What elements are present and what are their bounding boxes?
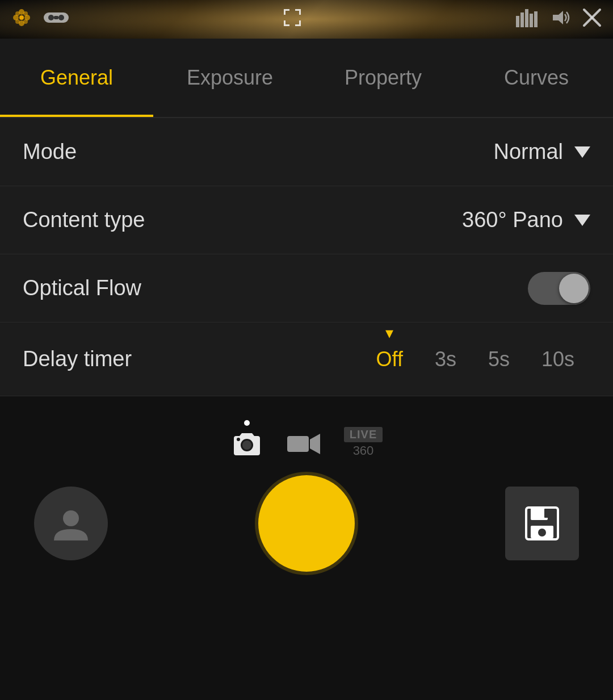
bar-chart-icon[interactable]: [515, 8, 539, 31]
delay-option-5s[interactable]: 5s: [472, 347, 526, 371]
svg-rect-13: [516, 16, 519, 27]
tab-property[interactable]: Property: [306, 39, 460, 117]
camera-mode-dot: [244, 420, 250, 426]
delay-option-10s[interactable]: 10s: [526, 347, 590, 371]
content-type-row: Content type 360° Pano: [0, 186, 613, 254]
optical-flow-toggle[interactable]: [528, 272, 590, 305]
svg-point-7: [15, 19, 20, 24]
svg-marker-18: [553, 11, 563, 24]
svg-point-8: [23, 19, 28, 24]
svg-point-31: [538, 529, 546, 536]
svg-rect-12: [54, 16, 58, 19]
svg-marker-25: [310, 434, 320, 454]
camera-mode-button[interactable]: [230, 420, 263, 458]
volume-icon[interactable]: [551, 7, 571, 32]
svg-point-0: [19, 15, 24, 20]
tab-exposure[interactable]: Exposure: [153, 39, 306, 117]
content-type-control[interactable]: 360° Pano: [462, 208, 590, 232]
live360-mode-button[interactable]: LIVE 360: [344, 419, 383, 458]
delay-timer-control: Off 3s 5s 10s: [360, 347, 590, 371]
shutter-button[interactable]: [258, 475, 355, 572]
svg-point-5: [15, 11, 20, 16]
delay-option-3s[interactable]: 3s: [419, 347, 472, 371]
close-icon[interactable]: [582, 8, 602, 31]
svg-point-26: [63, 510, 79, 526]
controls-row: [0, 475, 613, 572]
svg-point-6: [23, 11, 28, 16]
flower-icon[interactable]: [11, 7, 32, 32]
tab-curves[interactable]: Curves: [460, 39, 613, 117]
content-type-dropdown-arrow[interactable]: [574, 215, 590, 226]
content-type-value: 360° Pano: [462, 208, 563, 232]
svg-point-11: [58, 15, 64, 20]
camera-preview: [0, 0, 613, 39]
tabs-container: General Exposure Property Curves: [0, 39, 613, 118]
delay-option-off[interactable]: Off: [360, 347, 419, 371]
save-button[interactable]: [505, 487, 579, 560]
profile-icon: [51, 504, 91, 543]
live-badge-text: LIVE: [350, 428, 377, 441]
delay-timer-label: Delay timer: [23, 347, 132, 371]
mode-control[interactable]: Normal: [494, 140, 590, 164]
svg-rect-14: [520, 12, 524, 27]
mode-value: Normal: [494, 140, 563, 164]
svg-point-23: [237, 438, 240, 441]
video-mode-button[interactable]: [286, 421, 321, 456]
profile-avatar[interactable]: [34, 487, 108, 560]
mode-icons-row: LIVE 360: [230, 396, 383, 470]
video-icon: [286, 431, 321, 456]
camera-icon: [230, 430, 263, 458]
svg-rect-16: [530, 14, 533, 27]
mode-label: Mode: [23, 140, 77, 164]
toggle-knob: [559, 274, 589, 303]
top-left-icons: [11, 7, 69, 32]
top-right-icons: [515, 7, 602, 32]
svg-rect-24: [287, 436, 309, 452]
settings-panel: Mode Normal Content type 360° Pano Optic…: [0, 118, 613, 396]
optical-flow-row: Optical Flow: [0, 254, 613, 322]
content-type-label: Content type: [23, 208, 145, 232]
svg-point-10: [48, 15, 54, 20]
save-icon: [523, 504, 561, 543]
svg-point-22: [242, 441, 251, 450]
bottom-bar: LIVE 360: [0, 396, 613, 609]
svg-rect-30: [544, 509, 549, 518]
mode-dropdown-arrow[interactable]: [574, 146, 590, 158]
svg-rect-17: [534, 11, 538, 27]
vr-headset-icon[interactable]: [43, 9, 69, 30]
tab-general[interactable]: General: [0, 39, 153, 117]
delay-timer-row: Delay timer Off 3s 5s 10s: [0, 322, 613, 396]
expand-icon[interactable]: [283, 8, 302, 31]
svg-rect-15: [525, 9, 528, 27]
optical-flow-label: Optical Flow: [23, 276, 141, 300]
live360-text: 360: [353, 443, 374, 458]
mode-row: Mode Normal: [0, 118, 613, 186]
